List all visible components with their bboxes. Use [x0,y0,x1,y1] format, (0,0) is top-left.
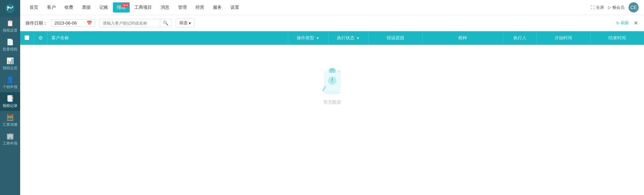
main-wrapper: 首页客户收费票据记账报税new工商项目消息管理经营服务设置 ⛶ 全屏 ▷ 畅会员… [20,0,644,195]
date-picker[interactable]: 📅 [51,19,95,27]
filter-button[interactable]: 筛选 ▾ [176,18,195,28]
nav-item-message[interactable]: 消息 [157,2,173,12]
empty-text: 暂无数据 [324,99,341,105]
tax-record-icon: 📑 [6,95,14,102]
nav-item-operation[interactable]: 经营 [191,2,208,12]
fullscreen-icon: ⛶ [591,5,595,10]
th-executor: 执行人 [503,31,536,45]
toolbar: 操作日期： 📅 🔍 筛选 ▾ ↻ 刷新 ✕ [20,15,644,31]
sidebar-item-tax-overview[interactable]: 📊报税总览 [0,54,20,73]
sidebar-item-batch-tax[interactable]: 📄批量报税 [0,36,20,54]
sidebar-item-label: 报税记录 [3,103,17,108]
fullscreen-label: 全屏 [596,5,604,10]
refresh-label: 刷新 [621,20,629,26]
th-start: 开始时间 [536,31,590,45]
th-status[interactable]: 执行状态 ▼ [328,31,369,45]
select-all-checkbox[interactable] [25,35,29,40]
annual-report-icon: 🏢 [6,132,14,140]
page-content: 操作日期： 📅 🔍 筛选 ▾ ↻ 刷新 ✕ [20,15,644,195]
search-box: 🔍 [99,19,172,27]
sidebar-item-label: 汇算清缴 [3,122,17,127]
th-tax-label: 税种 [458,35,467,40]
th-client: 客户名称 [47,31,288,45]
batch-tax-icon: 📄 [6,38,14,46]
table-header-row: ⚙ 客户名称 操作类型 ▼ 执行状态 ▼ [20,31,644,45]
nav-badge-tax: new [121,3,129,7]
nav-item-settings[interactable]: 设置 [226,2,243,12]
fullscreen-btn[interactable]: ⛶ 全屏 [591,5,604,10]
th-start-label: 开始时间 [555,35,572,40]
empty-illustration: ! [317,65,347,95]
th-end-label: 结束时间 [608,35,626,40]
user-initials: CE [630,5,637,10]
th-tax: 税种 [422,31,503,45]
app-logo[interactable] [0,0,20,17]
th-checkbox[interactable] [20,31,34,45]
tax-overview-icon: 📊 [6,57,14,65]
th-op-type-label: 操作类型 [297,35,314,40]
th-error: 错误原因 [369,31,422,45]
th-end: 结束时间 [590,31,644,45]
sidebar-item-calc-tax[interactable]: 🧮汇算清缴 [0,111,20,130]
th-status-label: 执行状态 [337,35,354,40]
svg-point-10 [322,90,324,92]
sidebar-item-label: 报税总览 [3,66,17,71]
filter-label: 筛选 [179,20,187,26]
member-label: 畅会员 [612,5,625,10]
nav-item-service[interactable]: 服务 [209,2,226,12]
sidebar-item-annual-report[interactable]: 🏢工商年报 [0,130,20,149]
close-button[interactable]: ✕ [633,19,639,27]
op-type-sort-icon: ▼ [316,36,319,40]
svg-point-1 [7,6,9,8]
nav-item-accounting[interactable]: 记账 [95,2,112,12]
refresh-button[interactable]: ↻ 刷新 [616,20,629,26]
member-btn[interactable]: ▷ 畅会员 [608,5,625,10]
date-input[interactable] [54,21,85,26]
svg-point-0 [5,4,15,13]
sidebar-item-personal-tax[interactable]: 👤个税申报 [0,73,20,92]
th-op-type[interactable]: 操作类型 ▼ [288,31,328,45]
top-nav-right: ⛶ 全屏 ▷ 畅会员 CE [591,2,639,12]
svg-text:!: ! [331,77,333,83]
refresh-icon: ↻ [616,21,619,26]
empty-state: ! 暂无数据 [20,45,644,119]
th-settings[interactable]: ⚙ [34,31,47,45]
date-label: 操作日期： [26,20,47,26]
personal-tax-icon: 👤 [6,76,14,83]
video-icon: ▷ [608,5,611,10]
svg-point-2 [324,91,340,94]
sidebar-item-label: 批量报税 [3,47,17,52]
nav-item-customer[interactable]: 客户 [43,2,60,12]
top-nav: 首页客户收费票据记账报税new工商项目消息管理经营服务设置 ⛶ 全屏 ▷ 畅会员… [20,0,644,15]
nav-item-tax[interactable]: 报税new [113,2,130,12]
calendar-icon: 📅 [87,21,92,26]
nav-item-business[interactable]: 工商项目 [130,2,156,12]
sidebar-item-label: 个税申报 [3,84,17,89]
search-button[interactable]: 🔍 [160,19,171,27]
sidebar: 📋报税设置📄批量报税📊报税总览👤个税申报📑报税记录🧮汇算清缴🏢工商年报 [0,0,20,195]
th-executor-label: 执行人 [513,35,526,40]
user-avatar[interactable]: CE [629,2,639,12]
svg-rect-6 [330,68,334,71]
search-input[interactable] [99,20,160,27]
nav-item-invoice[interactable]: 票据 [78,2,95,12]
nav-item-manage[interactable]: 管理 [174,2,191,12]
nav-item-billing[interactable]: 收费 [60,2,77,12]
nav-item-home[interactable]: 首页 [26,2,42,12]
tax-settings-icon: 📋 [6,20,14,27]
th-error-label: 错误原因 [387,35,404,40]
sidebar-item-label: 报税设置 [3,28,17,33]
th-client-label: 客户名称 [51,35,69,40]
chevron-down-icon: ▾ [189,21,191,26]
sidebar-item-tax-settings[interactable]: 📋报税设置 [0,17,20,36]
sidebar-item-label: 工商年报 [3,141,17,146]
status-sort-icon: ▼ [356,36,360,40]
calc-tax-icon: 🧮 [6,114,14,121]
sidebar-item-tax-record[interactable]: 📑报税记录 [0,92,20,111]
nav-items: 首页客户收费票据记账报税new工商项目消息管理经营服务设置 [26,2,591,12]
data-table-wrap: ⚙ 客户名称 操作类型 ▼ 执行状态 ▼ [20,31,644,195]
data-table: ⚙ 客户名称 操作类型 ▼ 执行状态 ▼ [20,31,644,119]
column-settings-icon[interactable]: ⚙ [38,35,43,41]
